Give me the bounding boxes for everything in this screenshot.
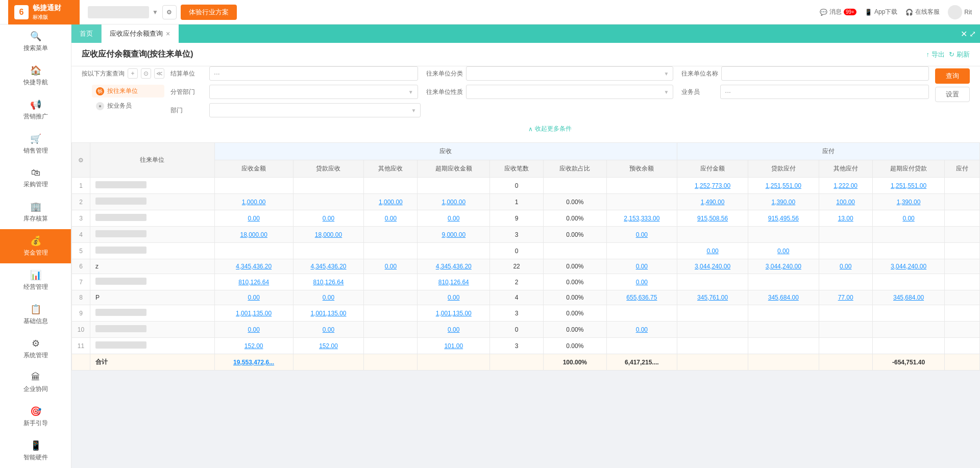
sidebar-item-marketing[interactable]: 📢 营销推广 <box>0 93 71 127</box>
sidebar-item-warehouse[interactable]: 🏢 库存核算 <box>0 195 71 229</box>
add-scheme-button[interactable]: + <box>128 68 138 79</box>
row-overdue_pay[interactable]: 345,684.00 <box>872 290 945 305</box>
row-other_pay[interactable]: 13.00 <box>819 210 872 227</box>
row-loan_pay[interactable]: 345,684.00 <box>748 290 819 305</box>
query-button[interactable]: 查询 <box>935 68 970 84</box>
department-input[interactable]: ▼ <box>209 103 421 117</box>
partner-nature-input[interactable]: ▼ <box>466 85 674 99</box>
scheme-arrow-button[interactable]: ≪ <box>154 68 164 79</box>
row-overdue_recv[interactable]: 0.00 <box>418 210 490 227</box>
scheme-settings-button[interactable]: ⊙ <box>141 68 151 79</box>
row-overdue_recv[interactable]: 0.00 <box>418 290 490 305</box>
refresh-button[interactable]: ↻ 刷新 <box>949 50 970 59</box>
row-loan_recv[interactable]: 810,126.64 <box>293 274 364 290</box>
tab-home[interactable]: 首页 <box>71 24 102 43</box>
settlement-input[interactable]: ··· <box>209 66 418 81</box>
row-loan_recv[interactable]: 152.00 <box>293 338 364 354</box>
row-recv_amt[interactable]: 0.00 <box>214 322 293 338</box>
footer-recv-amt[interactable]: 19,553,472,6... <box>214 354 293 371</box>
row-loan_pay[interactable]: 0.00 <box>748 243 819 259</box>
sidebar-item-basic-info[interactable]: 📋 基础信息 <box>0 298 71 332</box>
app-download-button[interactable]: 📱 App下载 <box>865 8 897 16</box>
messages-button[interactable]: 💬 消息 99+ <box>820 8 856 16</box>
row-recv_amt[interactable]: 0.00 <box>214 290 293 305</box>
row-loan_pay[interactable]: 1,251,551.00 <box>748 178 819 194</box>
row-loan_pay[interactable]: 1,390.00 <box>748 194 819 210</box>
collapse-button[interactable]: ∧ 收起更多条件 <box>528 125 572 133</box>
tab-receivable-payable[interactable]: 应收应付余额查询 × <box>102 24 179 43</box>
row-overdue_pay[interactable]: 3,044,240.00 <box>872 259 945 274</box>
row-pay_amt[interactable]: 3,044,240.00 <box>677 259 748 274</box>
row-prepay_bal[interactable]: 2,153,333.00 <box>606 210 677 227</box>
row-loan_recv[interactable]: 4,345,436.20 <box>293 259 364 274</box>
row-prepay_bal[interactable]: 0.00 <box>606 322 677 338</box>
row-overdue_recv[interactable]: 1,000.00 <box>418 194 490 210</box>
row-pay_amt[interactable]: 0.00 <box>677 243 748 259</box>
dept-input[interactable]: ▼ <box>209 85 418 99</box>
sidebar-item-smart-hw[interactable]: 📱 智能硬件 <box>0 434 71 468</box>
dropdown-icon[interactable]: ▼ <box>152 9 158 16</box>
row-recv_amt[interactable]: 152.00 <box>214 338 293 354</box>
scheme-item-by-partner[interactable]: 畅 按往来单位 <box>92 85 164 97</box>
sidebar-item-operations[interactable]: 📊 经营管理 <box>0 263 71 298</box>
solution-button[interactable]: 体验行业方案 <box>181 5 237 20</box>
row-pay_amt[interactable]: 915,508.56 <box>677 210 748 227</box>
online-service-button[interactable]: 🎧 在线客服 <box>905 8 940 16</box>
table-settings-icon[interactable]: ⚙ <box>78 157 84 164</box>
row-overdue_pay[interactable]: 1,390.00 <box>872 194 945 210</box>
row-loan_pay[interactable]: 3,044,240.00 <box>748 259 819 274</box>
row-other_recv[interactable]: 0.00 <box>364 259 418 274</box>
row-overdue_recv[interactable]: 0.00 <box>418 322 490 338</box>
row-recv_amt[interactable]: 18,000.00 <box>214 227 293 243</box>
row-recv_amt[interactable]: 4,345,436.20 <box>214 259 293 274</box>
settings-button[interactable]: ⚙ <box>162 5 177 19</box>
tab-maximize-icon[interactable]: ⤢ <box>969 29 976 39</box>
row-pay_amt[interactable]: 1,252,773.00 <box>677 178 748 194</box>
salesman-input[interactable]: ··· <box>720 85 929 99</box>
row-loan_recv[interactable]: 18,000.00 <box>293 227 364 243</box>
row-overdue_recv[interactable]: 9,000.00 <box>418 227 490 243</box>
user-info[interactable]: Rit <box>948 5 972 19</box>
row-prepay_bal[interactable]: 0.00 <box>606 227 677 243</box>
tab-close-window-icon[interactable]: ✕ <box>961 29 967 39</box>
row-loan_recv[interactable]: 0.00 <box>293 290 364 305</box>
partner-category-input[interactable]: ▼ <box>466 66 674 81</box>
sidebar-item-enterprise[interactable]: 🏛 企业协同 <box>0 366 71 400</box>
row-other_pay[interactable]: 0.00 <box>819 259 872 274</box>
row-other_pay[interactable]: 100.00 <box>819 194 872 210</box>
row-loan_recv[interactable]: 0.00 <box>293 322 364 338</box>
sidebar-item-search[interactable]: 🔍 搜索菜单 <box>0 24 71 59</box>
row-recv_amt[interactable]: 0.00 <box>214 210 293 227</box>
row-other_pay[interactable]: 1,222.00 <box>819 178 872 194</box>
row-prepay_bal[interactable]: 655,636.75 <box>606 290 677 305</box>
row-prepay_bal[interactable]: 0.00 <box>606 259 677 274</box>
row-recv_amt[interactable]: 1,001,135.00 <box>214 305 293 322</box>
row-other_recv[interactable]: 0.00 <box>364 210 418 227</box>
row-prepay_bal[interactable]: 0.00 <box>606 274 677 290</box>
sidebar-item-system[interactable]: ⚙ 系统管理 <box>0 332 71 366</box>
sidebar-item-purchase[interactable]: 🛍 采购管理 <box>0 161 71 195</box>
row-overdue_recv[interactable]: 4,345,436.20 <box>418 259 490 274</box>
row-loan_pay[interactable]: 915,495.56 <box>748 210 819 227</box>
row-pay_amt[interactable]: 345,761.00 <box>677 290 748 305</box>
row-loan_recv[interactable]: 1,001,135.00 <box>293 305 364 322</box>
col-settings[interactable]: ⚙ <box>72 143 90 178</box>
scheme-item-by-salesman[interactable]: ● 按业务员 <box>92 100 164 112</box>
set-button[interactable]: 设置 <box>935 87 970 102</box>
row-overdue_recv[interactable]: 101.00 <box>418 338 490 354</box>
row-other_recv[interactable]: 1,000.00 <box>364 194 418 210</box>
row-other_pay[interactable]: 77.00 <box>819 290 872 305</box>
row-overdue_recv[interactable]: 810,126.64 <box>418 274 490 290</box>
sidebar-item-finance[interactable]: 💰 资金管理 <box>0 229 71 263</box>
sidebar-item-quick-nav[interactable]: 🏠 快捷导航 <box>0 59 71 93</box>
row-recv_amt[interactable]: 1,000.00 <box>214 194 293 210</box>
tab-close-button[interactable]: × <box>166 30 170 38</box>
export-button[interactable]: ↑ 导出 <box>926 50 945 59</box>
row-recv_amt[interactable]: 810,126.64 <box>214 274 293 290</box>
partner-name-input[interactable] <box>721 66 929 81</box>
sidebar-item-sales[interactable]: 🛒 销售管理 <box>0 127 71 161</box>
sidebar-item-newbie[interactable]: 🎯 新手引导 <box>0 400 71 434</box>
row-overdue_pay[interactable]: 0.00 <box>872 210 945 227</box>
row-loan_recv[interactable]: 0.00 <box>293 210 364 227</box>
row-pay_amt[interactable]: 1,490.00 <box>677 194 748 210</box>
